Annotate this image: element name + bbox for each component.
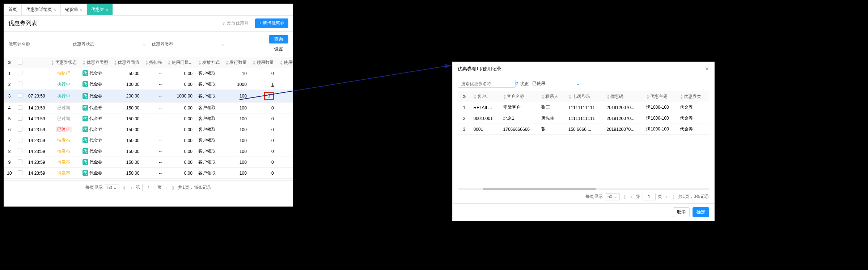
col-领用数量[interactable]: ▲▼领用数量 xyxy=(250,57,277,68)
table-row[interactable]: 5 14 23:59 已过期 代 代金券 150.00 -- 0.00 客户领取… xyxy=(4,113,293,124)
col-使用数量[interactable]: ▲▼使用数量 xyxy=(277,57,293,68)
row-checkbox[interactable] xyxy=(18,71,22,75)
distribute-coupon-button[interactable]: ⇪ 发放优惠券 xyxy=(218,18,252,28)
claim-count-link[interactable]: 1 xyxy=(271,82,274,87)
filter-type-select[interactable]: ⌄ xyxy=(175,41,226,48)
row-checkbox[interactable] xyxy=(18,170,22,175)
row-checkbox[interactable] xyxy=(18,159,22,164)
row-time: 14 23:59 xyxy=(25,135,48,146)
row-number: 3 xyxy=(4,90,15,103)
claim-count: 1 xyxy=(250,79,277,90)
col-使用门槛...[interactable]: ▲▼使用门槛... xyxy=(165,57,195,68)
method: 客户领取 xyxy=(195,79,223,90)
col-优惠码[interactable]: ▲▼优惠码 xyxy=(604,91,644,102)
row-number: 3 xyxy=(458,124,470,135)
row-checkbox[interactable] xyxy=(18,116,22,121)
col-优惠券状态[interactable]: ▲▼优惠券状态 xyxy=(48,57,80,68)
row-checkbox[interactable] xyxy=(18,105,22,110)
row-checkbox[interactable] xyxy=(18,127,22,132)
threshold: 0.00 xyxy=(165,168,195,179)
table-row[interactable]: 7 14 23:59 待发布 代 代金券 150.00 -- 0.00 客户领取… xyxy=(4,135,293,146)
last-page-icon[interactable]: ⟫ xyxy=(170,185,176,190)
last-page-icon[interactable]: ⟫ xyxy=(671,194,676,199)
per-page-select[interactable]: 50 ⌄ xyxy=(105,184,120,191)
col-客户...[interactable]: ▲▼客户... xyxy=(470,91,500,102)
status-badge: 执行中 xyxy=(57,94,70,99)
col-客户名称[interactable]: ▲▼客户名称 xyxy=(500,91,539,102)
tab-优惠券详情页[interactable]: 优惠券详情页× xyxy=(22,4,61,15)
table-row[interactable]: 1 RETAIL... 零散客户 张三 11111111111 20191200… xyxy=(458,102,709,113)
next-page-icon[interactable]: › xyxy=(164,185,168,190)
method: 客户领取 xyxy=(195,135,223,146)
detail-page-input[interactable] xyxy=(643,193,656,200)
table-row[interactable]: 3 0001 17666666666 张 156 6666 ... 201912… xyxy=(458,124,709,135)
search-box[interactable]: ⚲ xyxy=(458,80,516,88)
settings-button[interactable]: 设置 xyxy=(269,45,288,53)
add-coupon-button[interactable]: + 新增优惠券 xyxy=(255,18,288,28)
confirm-button[interactable]: 确定 xyxy=(693,207,709,217)
row-checkbox[interactable] xyxy=(18,138,22,142)
status-badge: 执行中 xyxy=(57,82,70,87)
col-优惠券面值[interactable]: ▲▼优惠券面值 xyxy=(111,57,143,68)
page-prefix: 第 xyxy=(136,184,140,191)
next-page-icon[interactable]: › xyxy=(664,194,669,199)
gear-icon[interactable] xyxy=(7,60,12,65)
prev-page-icon[interactable]: ‹ xyxy=(630,194,634,199)
close-icon[interactable]: ✕ xyxy=(705,66,709,72)
settings-column[interactable] xyxy=(4,57,15,68)
close-icon[interactable]: × xyxy=(80,7,82,12)
query-button[interactable]: 查询 xyxy=(269,35,288,43)
detail-status-select[interactable]: 已使用⌄ xyxy=(531,80,581,88)
search-icon[interactable]: ⚲ xyxy=(515,81,518,86)
col-优惠主题[interactable]: ▲▼优惠主题 xyxy=(643,91,677,102)
table-row[interactable]: 10 14 23:59 待发布 代 代金券 150.00 -- 0.00 客户领… xyxy=(4,168,293,179)
gear-icon[interactable] xyxy=(462,94,467,99)
first-page-icon[interactable]: ⟪ xyxy=(122,185,127,190)
col-联系人[interactable]: ▲▼联系人 xyxy=(538,91,565,102)
discount: -- xyxy=(142,79,165,90)
contact: 张 xyxy=(538,124,565,135)
col-发放方式[interactable]: ▲▼发放方式 xyxy=(195,57,223,68)
row-checkbox[interactable] xyxy=(18,82,22,86)
chevron-down-icon: ⌄ xyxy=(576,81,580,86)
table-row[interactable]: 8 14 23:59 待发布 代 代金券 150.00 -- 0.00 客户领取… xyxy=(4,146,293,157)
settings-column[interactable] xyxy=(458,91,470,102)
row-checkbox[interactable] xyxy=(18,93,22,98)
filter-name-input[interactable] xyxy=(32,43,68,45)
phone: 11111111111 xyxy=(566,102,604,113)
coupon-code: 2019120070... xyxy=(604,102,644,113)
col-折扣%[interactable]: ▲▼折扣% xyxy=(142,57,165,68)
filter-status-select[interactable]: ⌄ xyxy=(97,41,147,48)
header-checkbox[interactable] xyxy=(18,60,22,65)
table-row[interactable]: 2 执行中 代 代金券 100.00 -- 0.00 客户领取 1000 1 0… xyxy=(4,79,293,90)
close-icon[interactable]: × xyxy=(106,7,108,12)
table-row[interactable]: 1 待执行 代 代金券 50.00 -- 0.00 客户领取 10 0 0 ↗⊞ xyxy=(4,68,293,79)
close-icon[interactable]: × xyxy=(54,7,56,12)
discount: -- xyxy=(142,103,165,113)
tab-优惠券[interactable]: 优惠券× xyxy=(87,4,113,15)
search-input[interactable] xyxy=(461,81,515,86)
first-page-icon[interactable]: ⟪ xyxy=(622,194,627,199)
type-icon: 代 xyxy=(82,70,88,76)
table-row[interactable]: 3 07 23:59 执行中 代 代金券 200.00 -- 1000.00 客… xyxy=(4,90,293,103)
table-row[interactable]: 2 00010001 北京1 唐先生 11111111111 201912007… xyxy=(458,113,709,124)
horizontal-scrollbar[interactable] xyxy=(458,188,709,190)
table-row[interactable]: 9 14 23:59 待发布 代 代金券 150.00 -- 0.00 客户领取… xyxy=(4,157,293,168)
col-优惠券类[interactable]: ▲▼优惠券类 xyxy=(677,91,709,102)
tab-首页[interactable]: 首页 xyxy=(4,4,22,15)
table-row[interactable]: 4 14 23:59 已过期 代 代金券 150.00 -- 0.00 客户领取… xyxy=(4,103,293,113)
col-优惠券类型[interactable]: ▲▼优惠券类型 xyxy=(80,57,111,68)
prev-page-icon[interactable]: ‹ xyxy=(129,185,134,190)
claim-count-link[interactable]: 3 xyxy=(264,92,274,100)
table-row[interactable]: 6 14 23:59 已终止 代 代金券 150.00 -- 0.00 客户领取… xyxy=(4,124,293,135)
col-电话号码[interactable]: ▲▼电话号码 xyxy=(566,91,604,102)
page-input[interactable] xyxy=(142,184,155,191)
type-icon: 代 xyxy=(82,159,88,165)
tab-销货单[interactable]: 销货单× xyxy=(61,4,87,15)
method: 客户领取 xyxy=(195,157,223,168)
distribute-label: 发放优惠券 xyxy=(227,20,249,26)
col-发行数量[interactable]: ▲▼发行数量 xyxy=(223,57,250,68)
detail-per-page-select[interactable]: 50 ⌄ xyxy=(605,193,620,200)
row-checkbox[interactable] xyxy=(18,149,22,153)
cancel-button[interactable]: 取消 xyxy=(673,207,690,217)
